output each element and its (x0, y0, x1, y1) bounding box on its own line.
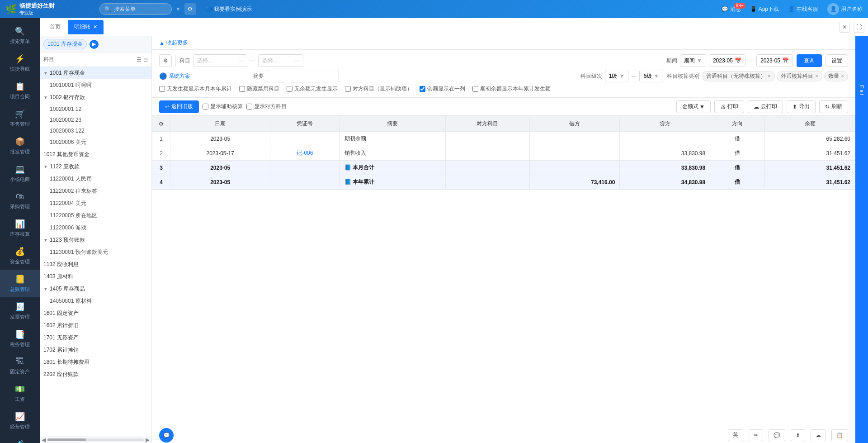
tag-foreign-remove[interactable]: × (815, 73, 818, 79)
period-end-select[interactable]: 2023-05 📅 (756, 54, 793, 67)
cb-balance-one-col[interactable]: 余额显示在一列 (420, 85, 465, 93)
sidebar-item-ledger[interactable]: 📒 总账管理 (0, 270, 40, 297)
tree-node-1001[interactable]: ▼ 1001 库存现金 (40, 67, 151, 79)
tree-node-11220005[interactable]: 11220005 所在地区 (40, 210, 151, 222)
tree-node-2202[interactable]: 2202 应付账款 (40, 368, 151, 381)
tree-node-10010001[interactable]: 10010001 呵呵呵 (40, 79, 151, 91)
voucher-link-2[interactable]: 记-006 (297, 150, 313, 156)
edit-btn[interactable]: ✏ (749, 429, 763, 441)
tab-home[interactable]: 首页 (43, 20, 67, 34)
next-account-btn[interactable]: ▶ (90, 40, 99, 49)
return-old-btn[interactable]: ↩ 返回旧版 (159, 100, 199, 113)
sidebar-item-quicknav[interactable]: ⚡ 快捷导航 (0, 49, 40, 77)
cloud-print-btn[interactable]: ☁ 云打印 (748, 100, 783, 113)
tree-scroll[interactable]: ▼ 1001 库存现金 10010001 呵呵呵 ▼ 1002 银行存款 100… (40, 67, 151, 436)
sidebar-item-inventory[interactable]: 📊 库存核算 (0, 214, 40, 242)
cb-show-aux-input[interactable] (203, 104, 208, 110)
cb-no-balance[interactable]: 无余额无发生显示 (287, 85, 338, 93)
demo-link[interactable]: 🔵 我要看实例演示 (205, 5, 252, 13)
sidebar-item-funds[interactable]: 💰 资金管理 (0, 242, 40, 270)
scroll-right-btn[interactable]: ▶ (146, 437, 150, 443)
summary-input[interactable] (267, 70, 339, 82)
settings-btn[interactable]: ⚙ (184, 3, 196, 15)
level-start-select[interactable]: 1级 ▼ (605, 70, 629, 82)
cb-opening-balance[interactable]: 期初余额显示本年累计发生额 (472, 85, 551, 93)
sidebar-item-salary[interactable]: 💵 工资 (0, 380, 40, 407)
sidebar-item-wholesale[interactable]: 📦 批发管理 (0, 132, 40, 160)
cb-opposite-subject-input[interactable] (345, 86, 351, 92)
th-settings[interactable]: ⚙ (152, 116, 170, 132)
app-download-btn[interactable]: 📱 App下载 (750, 5, 779, 13)
tree-node-1012[interactable]: 1012 其他货币资金 (40, 148, 151, 161)
tree-node-1403[interactable]: 1403 原材料 (40, 271, 151, 283)
tree-node-11220004[interactable]: 11220004 美元 (40, 197, 151, 210)
cb-opposite-subject[interactable]: 对方科目（显示辅助项） (345, 85, 412, 93)
tree-node-1002[interactable]: ▼ 1002 银行存款 (40, 91, 151, 104)
window-close-btn[interactable]: ✕ (839, 22, 850, 33)
sidebar-item-project[interactable]: 📋 项目合同 (0, 77, 40, 105)
tree-node-1702[interactable]: 1702 累计摊销 (40, 344, 151, 356)
tree-node-10020002[interactable]: 10020002 23 (40, 114, 151, 125)
tree-node-11220001[interactable]: 11220001 人民币 (40, 173, 151, 185)
tree-node-10020006[interactable]: 10020006 美元 (40, 136, 151, 148)
tree-node-11230001[interactable]: 11230001 预付账款美元 (40, 246, 151, 258)
message-btn[interactable]: 💬 消息 99+ (722, 5, 741, 13)
sidebar-item-tax[interactable]: 📑 税务管理 (0, 325, 40, 352)
chat-btn[interactable]: 💬 (769, 429, 785, 441)
td-voucher-2[interactable]: 记-006 (270, 146, 340, 161)
sidebar-item-search[interactable]: 🔍 搜索菜单 (0, 22, 40, 49)
tag-qty-remove[interactable]: × (841, 73, 844, 79)
online-service-btn[interactable]: 👤 在线客服 (788, 5, 818, 13)
filter-settings-icon[interactable]: ⚙ (159, 54, 172, 67)
level-end-select[interactable]: 6级 ▼ (639, 70, 663, 82)
query-btn[interactable]: 查询 (797, 54, 822, 67)
cb-no-amount-input[interactable] (159, 86, 165, 92)
tree-node-1405[interactable]: ▼ 1405 库存商品 (40, 283, 151, 295)
cb-no-amount[interactable]: 无发生额显示本月本年累计 (159, 85, 232, 93)
sidebar-item-assets[interactable]: 🏗 固定资产 (0, 352, 40, 380)
lang-btn[interactable]: 英 (728, 429, 743, 441)
tree-node-1701[interactable]: 1701 无形资产 (40, 332, 151, 344)
tree-node-11220002[interactable]: 11220002 往来标签 (40, 185, 151, 197)
cb-balance-one-col-input[interactable] (420, 86, 425, 92)
export-btn[interactable]: ⬆ 导出 (787, 100, 816, 113)
cloud-bottom-btn[interactable]: ☁ (811, 429, 826, 441)
upload-bottom-btn[interactable]: ⬆ (791, 429, 805, 441)
current-account[interactable]: 1001 库存现金 (43, 39, 87, 49)
cb-show-opposite[interactable]: 显示对方科目 (246, 103, 287, 110)
tree-list-icon[interactable]: ☰ (137, 57, 142, 63)
tree-node-1132[interactable]: 1132 应收利息 (40, 258, 151, 271)
scheme-selector[interactable]: 🔵 系统方案 (159, 72, 190, 80)
table-container[interactable]: ⚙ 日期 凭证号 摘要 对方科目 借方 贷方 方向 余额 (152, 116, 855, 427)
subject-input-end[interactable]: 选择... ··· (258, 54, 303, 67)
right-panel-eat-btn[interactable]: Eat (857, 81, 867, 100)
tree-collapse-icon[interactable]: ⊟ (143, 57, 148, 63)
cb-hide-disabled[interactable]: 隐藏禁用科目 (239, 85, 279, 93)
tree-node-10020003[interactable]: 10020003 122 (40, 125, 151, 136)
sidebar-item-management[interactable]: 📈 经营管理 (0, 407, 40, 435)
window-expand-btn[interactable]: ⛶ (854, 22, 864, 33)
cb-show-aux[interactable]: 显示辅助核算 (203, 103, 243, 110)
print-btn[interactable]: 🖨 打印 (714, 100, 744, 113)
user-profile[interactable]: 👤 用户名称 (827, 3, 863, 15)
tag-normal-remove[interactable]: × (768, 73, 771, 79)
currency-btn[interactable]: 金额式 ▼ (676, 100, 711, 113)
sidebar-item-purchase[interactable]: 🛍 采购管理 (0, 187, 40, 214)
sidebar-item-invoice[interactable]: 🧾 发票管理 (0, 297, 40, 325)
search-menu[interactable]: 🔍 搜索菜单 (99, 3, 172, 15)
tree-node-1801[interactable]: 1801 长期待摊费用 (40, 356, 151, 368)
float-btn[interactable]: 💬 (159, 428, 174, 443)
subject-input[interactable]: 选择... ··· (193, 54, 247, 67)
scroll-left-btn[interactable]: ◀ (42, 437, 46, 443)
tree-node-14050001[interactable]: 14050001 原材料 (40, 295, 151, 307)
sidebar-item-ecommerce[interactable]: 💻 小畅电商 (0, 160, 40, 187)
expand-btn[interactable]: ▲ 收起更多 (159, 39, 188, 47)
tree-node-1602[interactable]: 1602 累计折旧 (40, 319, 151, 332)
tree-node-10020001[interactable]: 10020001 12 (40, 104, 151, 114)
period-start-select[interactable]: 2023-05 📅 (709, 54, 745, 67)
cb-hide-disabled-input[interactable] (239, 86, 245, 92)
copy-btn[interactable]: 📋 (831, 429, 848, 441)
tree-node-1123[interactable]: ▼ 1123 预付账款 (40, 234, 151, 246)
setting-btn[interactable]: 设置 (826, 54, 848, 67)
tab-close-icon[interactable]: ✕ (93, 24, 97, 30)
